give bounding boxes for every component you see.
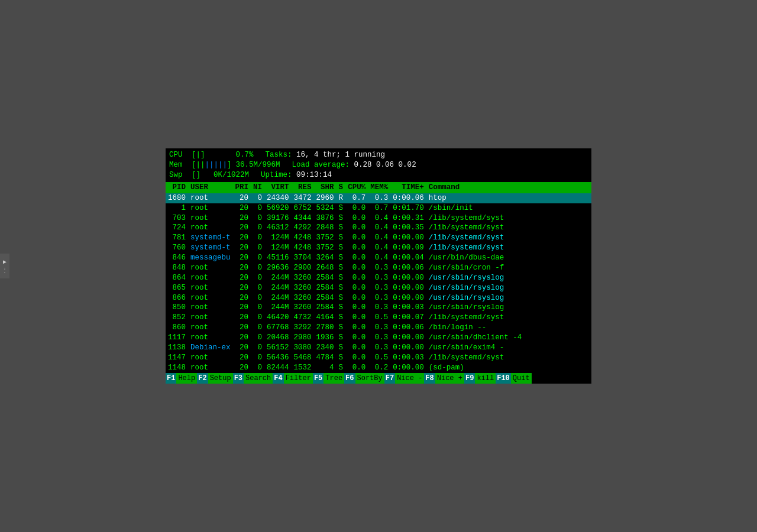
process-cell: /usr/sbin/dhclient -4 bbox=[426, 333, 591, 343]
process-cell: /usr/bin/dbus-dae bbox=[426, 253, 591, 263]
process-row[interactable]: 1root2005692067525324S0.00.70:01.70/sbin… bbox=[166, 203, 591, 213]
process-cell: 0.0 bbox=[345, 313, 368, 323]
footer-item-f5[interactable]: F5Tree bbox=[313, 373, 344, 384]
process-cell: 20468 bbox=[264, 333, 292, 343]
footer-label-f8: Nice + bbox=[435, 373, 464, 384]
footer-item-f1[interactable]: F1Help bbox=[166, 373, 197, 384]
process-cell: 848 bbox=[166, 263, 188, 273]
footer-key-f8: F8 bbox=[424, 373, 435, 384]
process-cell: /usr/sbin/rsyslog bbox=[426, 283, 591, 293]
footer-item-f7[interactable]: F7Nice - bbox=[384, 373, 425, 384]
footer-label-f6: SortBy bbox=[355, 373, 384, 384]
process-row[interactable]: 1680root2002434034722960R0.70.30:00.06ht… bbox=[166, 193, 591, 203]
process-cell: 1936 bbox=[314, 333, 337, 343]
process-cell: 865 bbox=[166, 283, 188, 293]
process-cell: S bbox=[337, 233, 346, 243]
process-row[interactable]: 848root2002963629002648S0.00.30:00.06/us… bbox=[166, 263, 591, 273]
process-cell: htop bbox=[426, 193, 591, 203]
process-cell: 0 bbox=[251, 193, 264, 203]
mem-value: 36.5M/996M bbox=[233, 160, 280, 170]
process-cell: 724 bbox=[166, 223, 188, 233]
footer-key-f3: F3 bbox=[233, 373, 244, 384]
process-cell: 1117 bbox=[166, 333, 188, 343]
swp-bar-open: [ bbox=[192, 170, 196, 180]
mem-bar-open: [ bbox=[192, 160, 196, 170]
process-cell: root bbox=[188, 303, 233, 313]
process-cell: 0 bbox=[251, 233, 264, 243]
cpu-bar-close: ] bbox=[200, 150, 205, 160]
process-row[interactable]: 1138Debian-ex2005615230802340S0.00.30:00… bbox=[166, 343, 591, 353]
process-cell: 4292 bbox=[292, 223, 314, 233]
footer-label-f5: Tree bbox=[323, 373, 344, 384]
process-cell: 0 bbox=[251, 293, 264, 303]
footer-item-f8[interactable]: F8Nice + bbox=[424, 373, 464, 384]
process-cell: 124M bbox=[264, 243, 292, 253]
col-command: Command bbox=[426, 182, 591, 193]
col-res: RES bbox=[292, 182, 314, 193]
swp-label: Swp bbox=[169, 170, 192, 180]
swp-value: 0K/1022M bbox=[202, 170, 249, 180]
footer-key-f10: F10 bbox=[496, 373, 511, 384]
process-cell: /usr/sbin/rsyslog bbox=[426, 273, 591, 283]
process-cell: 0:00.04 bbox=[390, 253, 426, 263]
process-cell: 0.0 bbox=[345, 263, 368, 273]
process-row[interactable]: 846messagebu2004511637043264S0.00.40:00.… bbox=[166, 253, 591, 263]
process-cell: /sbin/init bbox=[426, 203, 591, 213]
process-cell: 0.3 bbox=[368, 303, 390, 313]
process-cell: /lib/systemd/syst bbox=[426, 223, 591, 233]
process-cell: Debian-ex bbox=[188, 343, 233, 353]
footer-key-f5: F5 bbox=[313, 373, 323, 384]
footer-item-f4[interactable]: F4Filter bbox=[273, 373, 313, 384]
process-cell: 3260 bbox=[292, 273, 314, 283]
footer-key-f7: F7 bbox=[384, 373, 395, 384]
process-row[interactable]: 1147root2005643654684784S0.00.50:00.03/l… bbox=[166, 353, 591, 363]
col-shr: SHR bbox=[314, 182, 337, 193]
process-cell: 0 bbox=[251, 283, 264, 293]
process-cell: 0 bbox=[251, 203, 264, 213]
process-cell: 4 bbox=[314, 363, 337, 373]
process-cell: /lib/systemd/syst bbox=[426, 353, 591, 363]
footer-item-f2[interactable]: F2Setup bbox=[197, 373, 232, 384]
process-row[interactable]: 852root2004642047324164S0.00.50:00.07/li… bbox=[166, 313, 591, 323]
process-cell: 0.0 bbox=[345, 233, 368, 243]
footer-key-f9: F9 bbox=[464, 373, 475, 384]
process-row[interactable]: 860root2006776832922780S0.00.30:00.06/bi… bbox=[166, 323, 591, 333]
process-row[interactable]: 865root200244M32602584S0.00.30:00.00/usr… bbox=[166, 283, 591, 293]
process-cell: 20 bbox=[233, 313, 251, 323]
process-cell: 0 bbox=[251, 253, 264, 263]
load-section: Load average: 0.28 0.06 0.02 bbox=[292, 160, 416, 170]
process-cell: 0.0 bbox=[345, 303, 368, 313]
sidebar-handle[interactable]: ▶ ⋮ bbox=[0, 254, 9, 278]
footer-label-f3: Search bbox=[244, 373, 273, 384]
process-cell: 20 bbox=[233, 353, 251, 363]
footer-item-f3[interactable]: F3Search bbox=[233, 373, 273, 384]
footer-label-f4: Filter bbox=[284, 373, 313, 384]
footer-item-f10[interactable]: F10Quit bbox=[496, 373, 531, 384]
process-row[interactable]: 703root2003917643443876S0.00.40:00.31/li… bbox=[166, 213, 591, 223]
process-cell: 20 bbox=[233, 293, 251, 303]
process-row[interactable]: 1148root2008244415324S0.00.20:00.00(sd-p… bbox=[166, 363, 591, 373]
process-row[interactable]: 781systemd-t200124M42483752S0.00.40:00.0… bbox=[166, 233, 591, 243]
process-row[interactable]: 866root200244M32602584S0.00.30:00.00/usr… bbox=[166, 293, 591, 303]
process-cell: 1532 bbox=[292, 363, 314, 373]
process-cell: 0.0 bbox=[345, 273, 368, 283]
process-cell: 0 bbox=[251, 363, 264, 373]
process-row[interactable]: 850root200244M32602584S0.00.30:00.03/usr… bbox=[166, 303, 591, 313]
mem-bar-fill: || bbox=[196, 160, 205, 170]
process-cell: 866 bbox=[166, 293, 188, 303]
process-cell: 4248 bbox=[292, 233, 314, 243]
footer-item-f6[interactable]: F6SortBy bbox=[344, 373, 384, 384]
process-cell: 0 bbox=[251, 343, 264, 353]
cpu-bar-fill: | bbox=[196, 150, 201, 160]
process-cell: 0 bbox=[251, 333, 264, 343]
footer-item-f9[interactable]: F9kill bbox=[464, 373, 496, 384]
process-cell: 0.0 bbox=[345, 223, 368, 233]
process-cell: /lib/systemd/syst bbox=[426, 233, 591, 243]
process-cell: 2584 bbox=[314, 293, 337, 303]
process-row[interactable]: 864root200244M32602584S0.00.30:00.00/usr… bbox=[166, 273, 591, 283]
process-row[interactable]: 1117root2002046829801936S0.00.30:00.00/u… bbox=[166, 333, 591, 343]
process-cell: 0.4 bbox=[368, 213, 390, 223]
process-row[interactable]: 724root2004631242922848S0.00.40:00.35/li… bbox=[166, 223, 591, 233]
process-row[interactable]: 760systemd-t200124M42483752S0.00.40:00.0… bbox=[166, 243, 591, 253]
process-cell: S bbox=[337, 313, 346, 323]
